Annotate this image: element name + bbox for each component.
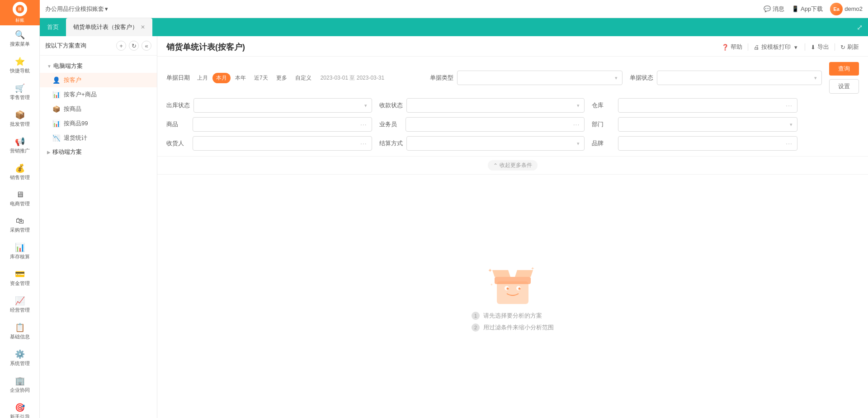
tree-item-by-product[interactable]: 📦 按商品 [40,102,157,116]
tree-group-desktop[interactable]: ▼ 电脑端方案 [40,59,157,73]
avatar: Ea [830,3,843,15]
tree-item-by-product-label: 按商品 [64,105,81,113]
tab-close-icon[interactable]: ✕ [141,24,145,30]
inst-text-1: 请先选择要分析的方案 [483,312,542,320]
product-select[interactable]: ··· [193,117,372,132]
brand-label: 品牌 [592,139,614,147]
topbar: 办公用品行业模拟账套 ▾ 💬 消息 📱 App下载 Ea demo2 [40,0,868,18]
tree-item-by-customer[interactable]: 👤 按客户 [40,73,157,87]
svg-text:✦: ✦ [531,266,534,271]
sidebar-item-marketing[interactable]: 📢 营销推广 [0,132,39,159]
warehouse-select[interactable]: ··· [618,98,797,113]
filter-settlement: 结算方式 ▾ [379,136,585,151]
doc-type-select[interactable]: ▾ [457,71,622,85]
right-panel: 销货单统计表(按客户) ❓ 帮助 🖨 按模板打印 ▾ ⬇ [157,36,868,418]
collapse-panel-btn[interactable]: « [142,41,151,51]
date-tab-custom[interactable]: 自定义 [292,73,315,83]
settlement-select[interactable]: ▾ [406,136,585,151]
dept-select[interactable]: ▾ [618,117,797,132]
scheme-tree: ▼ 电脑端方案 👤 按客户 📊 按客户+商品 📦 按商品 📊 按商品 [40,56,157,418]
sidebar-item-enterprise[interactable]: 🏢 企业协同 [0,371,39,398]
filter-warehouse: 仓库 ··· [592,98,797,113]
page-header: 销货单统计表(按客户) ❓ 帮助 🖨 按模板打印 ▾ ⬇ [157,36,868,57]
date-tab-last-month[interactable]: 上月 [193,73,212,83]
sidebar-item-system[interactable]: ⚙️ 系统管理 [0,345,39,371]
company-selector[interactable]: 办公用品行业模拟账套 ▾ [45,5,108,13]
sidebar-item-wholesale[interactable]: 📦 批发管理 [0,105,39,132]
sidebar-item-retail[interactable]: 🛒 零售管理 [0,79,39,105]
collect-status-select[interactable]: ▾ [406,98,585,113]
enterprise-icon: 🏢 [15,376,25,386]
tree-item-by-customer-product-label: 按客户+商品 [64,90,97,99]
receiver-select[interactable]: ··· [193,136,372,151]
sidebar-item-label: 快捷导航 [10,67,30,74]
product-label: 商品 [166,120,189,128]
logo-label: 标账 [15,17,24,24]
message-icon: 💬 [764,5,771,12]
date-tab-more[interactable]: 更多 [273,73,291,83]
filter-doc-type: 单据类型 ▾ [430,71,622,85]
settings-button[interactable]: 设置 [829,79,859,94]
help-btn[interactable]: ❓ 帮助 [722,43,742,51]
out-status-select[interactable]: ▾ [193,98,372,113]
sidebar-item-purchase[interactable]: 🛍 采购管理 [0,212,39,238]
divider [805,43,805,51]
return-icon: 📉 [52,134,60,142]
chevron-down-icon[interactable]: ▾ [793,44,799,51]
left-panel: 按以下方案查询 + ↻ « ▼ 电脑端方案 👤 按客户 📊 [40,36,157,418]
date-tab-7-days[interactable]: 近7天 [250,73,272,83]
svg-rect-0 [497,281,528,304]
collapse-btn[interactable]: ⌃ 收起更多条件 [488,160,538,171]
filter-row-1: 单据日期 上月 本月 本年 近7天 更多 自定义 2023-03-01 至 20… [166,62,859,94]
sidebar-item-label: 企业协同 [10,387,30,394]
date-tab-this-year[interactable]: 本年 [231,73,250,83]
tree-item-by-product-99[interactable]: 📊 按商品99 [40,116,157,131]
company-name: 办公用品行业模拟账套 [45,5,104,13]
filter-dept: 部门 ▾ [592,117,797,132]
export-btn[interactable]: ⬇ 导出 [811,43,829,51]
print-btn[interactable]: 🖨 按模板打印 ▾ [754,43,799,51]
tab-expand-icon[interactable]: ⤢ [851,23,868,32]
tab-home[interactable]: 首页 [40,18,66,36]
empty-illustration: ✦ ✦ ✦ [486,261,540,306]
sidebar-item-search[interactable]: 🔍 搜索菜单 [0,25,39,52]
warehouse-label: 仓库 [592,101,614,109]
doc-status-select[interactable]: ▾ [657,71,822,85]
sidebar-item-finance[interactable]: 💳 资金管理 [0,265,39,291]
tree-group-desktop-label: 电脑端方案 [53,62,83,70]
sidebar-item-quick-nav[interactable]: ⭐ 快捷导航 [0,52,39,79]
tab-sales-stat[interactable]: 销货单统计表（按客户） ✕ [66,18,152,36]
refresh-scheme-btn[interactable]: ↻ [129,41,139,51]
refresh-btn[interactable]: ↻ 刷新 [840,43,859,51]
filter-brand: 品牌 ··· [592,136,797,151]
filter-collect-status: 收款状态 ▾ [379,98,585,113]
finance-icon: 💳 [15,269,25,279]
sidebar-item-label: 销售管理 [10,174,30,181]
tree-item-by-customer-product[interactable]: 📊 按客户+商品 [40,87,157,102]
salesperson-select[interactable]: ··· [406,117,585,132]
svg-point-6 [507,288,509,290]
user-profile[interactable]: Ea demo2 [830,3,863,15]
tree-group-mobile[interactable]: ▶ 移动端方案 [40,145,157,159]
filter-row-3: 商品 ··· 业务员 ··· 部门 [166,117,859,132]
sidebar-item-newbie[interactable]: 🎯 新手引导 [0,398,39,418]
sidebar-item-business[interactable]: 📈 经营管理 [0,291,39,318]
sidebar-item-label: 批发管理 [10,121,30,128]
download-icon: 📱 [792,5,799,12]
sidebar-item-basic[interactable]: 📋 基础信息 [0,318,39,345]
add-scheme-btn[interactable]: + [116,41,126,51]
tree-item-return-stat[interactable]: 📉 退货统计 [40,131,157,145]
sidebar-item-ecom[interactable]: 🖥 电商管理 [0,185,39,212]
query-button[interactable]: 查询 [829,62,859,76]
star-icon: ⭐ [15,57,25,66]
sidebar-item-label: 经营管理 [10,307,30,314]
sidebar-item-sales[interactable]: 💰 销售管理 [0,159,39,185]
app-download-btn[interactable]: 📱 App下载 [792,5,823,13]
export-label: 导出 [817,43,829,51]
message-btn[interactable]: 💬 消息 [764,5,784,13]
sidebar-item-label: 零售管理 [10,94,30,101]
purchase-icon: 🛍 [16,216,24,226]
date-tab-this-month[interactable]: 本月 [212,73,231,83]
sidebar-item-inventory[interactable]: 📊 库存核算 [0,238,39,265]
brand-select[interactable]: ··· [618,136,797,151]
